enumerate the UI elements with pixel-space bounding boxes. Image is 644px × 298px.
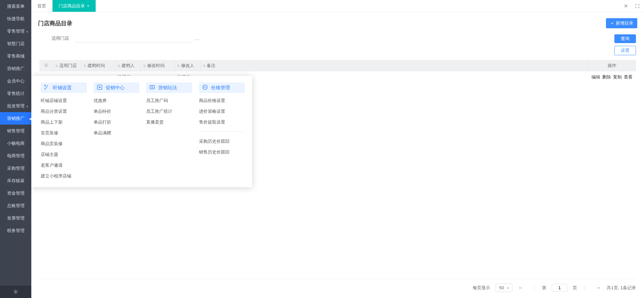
- gear-icon: [13, 289, 18, 294]
- flyout-item[interactable]: 商品价格设置: [199, 98, 245, 104]
- flyout-item[interactable]: 商品上下架: [41, 119, 87, 125]
- plus-icon: ＋: [610, 20, 614, 26]
- prev-page-icon[interactable]: 〈: [530, 285, 537, 291]
- col-store[interactable]: ⇅适用门店: [53, 60, 81, 71]
- flyout-item[interactable]: 员工推广统计: [146, 108, 192, 114]
- close-icon[interactable]: ×: [87, 3, 90, 8]
- svg-point-0: [15, 291, 16, 292]
- col-creator[interactable]: ⇅建档人: [115, 60, 141, 71]
- per-page-label: 每页显示: [473, 285, 490, 291]
- sidebar-item[interactable]: 会员中心: [0, 75, 31, 87]
- tab-label: 首页: [37, 3, 46, 9]
- page-prefix: 第: [542, 285, 546, 291]
- flyout-item[interactable]: 销售历史价跟踪: [199, 149, 245, 155]
- sidebar-item[interactable]: 零售统计: [0, 87, 31, 100]
- sidebar-item[interactable]: 营销推广: [0, 62, 31, 75]
- close-all-icon[interactable]: ✕: [622, 2, 630, 10]
- tab-catalog[interactable]: 门店商品目录 ×: [53, 0, 96, 12]
- sidebar-item[interactable]: 零售管理: [0, 25, 31, 37]
- sort-icon: ⇅: [143, 64, 146, 68]
- sidebar-item[interactable]: 批发管理: [0, 100, 31, 112]
- flyout-title-icon: [149, 84, 156, 92]
- submenu-flyout: 旺铺设置旺铺店铺设置商品分类设置商品上下架首页装修商品页装修店铺主题老客户邀请建…: [31, 76, 252, 187]
- edit-link[interactable]: 编辑: [591, 74, 600, 79]
- page-suffix: 页: [573, 285, 577, 291]
- pager-summary: 共1页, 1条记录: [607, 285, 636, 291]
- store-filter-input[interactable]: [74, 34, 192, 42]
- flyout-item[interactable]: 直播卖货: [146, 119, 192, 125]
- store-filter-label: 适用门店: [52, 35, 69, 41]
- flyout-items: 旺铺店铺设置商品分类设置商品上下架首页装修商品页装修店铺主题老客户邀请建立小程序…: [41, 98, 87, 179]
- flyout-item[interactable]: 店铺主题: [41, 152, 87, 158]
- delete-link[interactable]: 删除: [602, 74, 611, 79]
- fullscreen-icon[interactable]: [633, 2, 641, 10]
- sidebar-item[interactable]: 税务管理: [0, 224, 31, 237]
- sort-icon: ⇅: [117, 64, 120, 68]
- flyout-item[interactable]: 售价提取设置: [199, 119, 245, 125]
- gear-column[interactable]: [39, 60, 53, 71]
- sidebar-item[interactable]: 发票管理: [0, 212, 31, 224]
- flyout-title: 价格管理: [199, 82, 245, 93]
- flyout-item[interactable]: 首页装修: [41, 130, 87, 136]
- col-modifier[interactable]: ⇅修改人: [175, 60, 200, 71]
- flyout-item[interactable]: 商品分类设置: [41, 108, 87, 114]
- new-catalog-button[interactable]: ＋ 新增目录: [606, 18, 637, 28]
- col-remark[interactable]: ⇅备注: [200, 60, 588, 71]
- sidebar-item[interactable]: 智慧门店: [0, 37, 31, 50]
- sort-icon: ⇅: [177, 64, 180, 68]
- tab-bar: 首页 门店商品目录 × ✕: [31, 0, 644, 12]
- flyout-item[interactable]: 建立小程序店铺: [41, 173, 87, 179]
- flyout-item[interactable]: 单品满赠: [94, 130, 140, 136]
- last-page-icon[interactable]: ⇥: [595, 285, 601, 290]
- flyout-title-icon: [43, 84, 50, 92]
- cell-remark: [200, 71, 588, 83]
- flyout-item[interactable]: 老客户邀请: [41, 162, 87, 168]
- flyout-item[interactable]: 单品打折: [94, 119, 140, 125]
- copy-link[interactable]: 复制: [613, 74, 622, 79]
- flyout-item[interactable]: 优惠券: [94, 98, 140, 104]
- col-create-time[interactable]: ⇅建档时间: [81, 60, 115, 71]
- flyout-item[interactable]: 商品页装修: [41, 141, 87, 147]
- sidebar-item[interactable]: 销售管理: [0, 125, 31, 137]
- sidebar-item[interactable]: 库存核算: [0, 174, 31, 187]
- svg-rect-4: [150, 86, 154, 89]
- sidebar-item[interactable]: 资金管理: [0, 187, 31, 199]
- flyout-items: 优惠券单品特价单品打折单品满赠: [94, 98, 140, 136]
- sidebar-settings[interactable]: [0, 286, 31, 298]
- sidebar-item[interactable]: 小畅电商: [0, 137, 31, 150]
- tab-label: 门店商品目录: [59, 3, 85, 9]
- sidebar-item[interactable]: 营销推广: [0, 112, 31, 125]
- svg-point-1: [45, 65, 47, 66]
- sidebar-item[interactable]: 快捷导航: [0, 12, 31, 25]
- next-page-icon[interactable]: 〉: [582, 285, 589, 291]
- flyout-items: 商品价格设置进价策略设置售价提取设置采购历史价跟踪销售历史价跟踪: [199, 98, 245, 155]
- flyout-title: 营销玩法: [146, 82, 192, 93]
- more-filters-icon[interactable]: …: [195, 36, 200, 41]
- flyout-column: 旺铺设置旺铺店铺设置商品分类设置商品上下架首页装修商品页装修店铺主题老客户邀请建…: [37, 82, 90, 179]
- page-number-input[interactable]: [552, 284, 567, 292]
- per-page-select[interactable]: 50: [496, 284, 512, 292]
- page-header: 门店商品目录 ＋ 新增目录: [31, 12, 644, 33]
- flyout-item[interactable]: 进价策略设置: [199, 108, 245, 114]
- col-modify-time[interactable]: ⇅修改时间: [141, 60, 175, 71]
- search-button[interactable]: 查询: [614, 34, 636, 43]
- button-label: 新增目录: [616, 20, 633, 26]
- view-link[interactable]: 查看: [624, 74, 633, 79]
- page-title: 门店商品目录: [38, 20, 72, 27]
- flyout-item[interactable]: 员工推广码: [146, 98, 192, 104]
- col-action: 操作: [588, 60, 636, 71]
- first-page-icon[interactable]: ⇤: [518, 285, 524, 290]
- sidebar-item[interactable]: 总账管理: [0, 199, 31, 212]
- flyout-item[interactable]: 单品特价: [94, 108, 140, 114]
- flyout-item[interactable]: 旺铺店铺设置: [41, 98, 87, 104]
- settings-button[interactable]: 设置: [614, 46, 636, 55]
- divider: [199, 131, 245, 132]
- filter-bar: 适用门店 … 查询 设置: [31, 33, 644, 60]
- sidebar-item[interactable]: 零售商城: [0, 50, 31, 62]
- sidebar-item[interactable]: 搜索菜单: [0, 0, 31, 12]
- sidebar-item[interactable]: 采购管理: [0, 162, 31, 174]
- cell-actions: 编辑删除复制查看: [588, 71, 636, 83]
- sidebar-item[interactable]: 电商管理: [0, 150, 31, 162]
- flyout-item[interactable]: 采购历史价跟踪: [199, 138, 245, 144]
- tab-home[interactable]: 首页: [31, 0, 53, 12]
